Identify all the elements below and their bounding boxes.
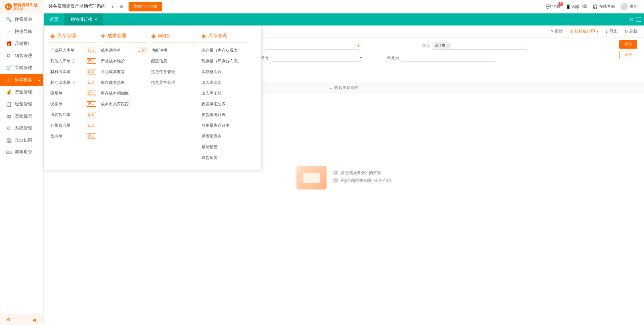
sidebar-item-system[interactable]: ⚙系统管理 (0, 122, 43, 134)
filter-sales-input[interactable]: ··· (402, 54, 496, 62)
flyout-item-label: 组装拆卸单 (50, 112, 71, 118)
folder-icon: ◈ (151, 32, 156, 40)
flyout-item[interactable]: 库存成本总账 (101, 77, 151, 88)
flyout-item[interactable]: 分量盘点单历史 (50, 120, 101, 131)
flyout-header-label: WMS (158, 33, 169, 39)
flyout-item[interactable]: 收发存汇总表 (201, 99, 252, 109)
header-message[interactable]: 💬 消息 6 (546, 4, 560, 9)
chip-remove-icon[interactable]: × (447, 44, 449, 48)
flyout-item[interactable]: 其他入库单 ⓘ历史 (50, 56, 101, 66)
history-tag[interactable]: 历史 (87, 80, 96, 85)
history-tag[interactable]: 历史 (87, 48, 96, 53)
folder-icon: ◈ (50, 32, 55, 40)
flyout-item[interactable]: 出入库汇总 (201, 88, 252, 99)
sidebar-label: 营销推广 (15, 41, 32, 47)
sidebar-item-guide[interactable]: 📖新手引导 (0, 146, 43, 158)
history-tag[interactable]: 历史 (87, 69, 96, 74)
flyout-item[interactable]: 成本出入库跟踪 (101, 99, 151, 109)
sidebar-item-enterprise[interactable]: 🏢企业协同 (0, 134, 43, 146)
sidebar-item-quicknav[interactable]: ⌂快捷导航 (0, 25, 43, 38)
sidebar-item-search[interactable]: 🔍搜索菜单 (0, 13, 43, 25)
settings-button[interactable]: 设置 (619, 51, 637, 59)
flyout-item[interactable]: 组装拆卸单历史 (50, 109, 101, 120)
flyout-item[interactable]: 调拨单历史 (50, 99, 101, 109)
sidebar-label: 库存核算 (15, 77, 32, 83)
header-service-label: 在线客服 (599, 4, 615, 9)
book-icon: 📖 (6, 150, 11, 155)
flyout-item[interactable]: 可用量库存账本 (201, 120, 252, 131)
header-online-service[interactable]: 🎧 在线客服 (593, 4, 615, 9)
toolbar-refresh[interactable]: ↻刷新 (625, 29, 637, 34)
collapse-sidebar-icon[interactable]: ◀| (32, 317, 37, 322)
history-tag[interactable]: 历史 (87, 133, 96, 139)
sidebar-item-operation[interactable]: 📋经营管理 (0, 98, 43, 110)
flyout-item[interactable]: 商品成本重算 (101, 66, 151, 77)
header-app-download[interactable]: 📱 App下载 (566, 4, 587, 9)
toolbar-help[interactable]: ?帮助 (551, 29, 563, 34)
fullscreen-icon[interactable] (637, 17, 641, 22)
sidebar-item-finance[interactable]: 💰资金管理 (0, 86, 43, 98)
flyout-item-label: 库存成本总账 (101, 80, 125, 86)
filter-amount-input[interactable]: ▾ (272, 54, 362, 62)
flyout-item[interactable]: 材料出库单历史 (50, 66, 101, 77)
sidebar-item-basic[interactable]: ▦基础信息 (0, 110, 43, 122)
query-button[interactable]: 查询 (619, 40, 637, 49)
filter-select-1[interactable]: ▾ (265, 42, 359, 50)
sidebar-label: 资金管理 (15, 89, 32, 95)
toolbar-export[interactable]: ⤓导出 (605, 29, 618, 34)
flyout-item[interactable]: 配置信息 (151, 56, 201, 66)
history-tag[interactable]: 历史 (87, 112, 96, 117)
flyout-item[interactable]: 库存成本明细账 (101, 88, 151, 99)
tab-sales-ranking[interactable]: 销售排行榜 × (64, 13, 103, 25)
system-selector[interactable]: 装备及固定资产辅助管理系统 ▼ (49, 2, 114, 11)
flyout-item[interactable]: 库存批次账 (201, 66, 252, 77)
trial-button[interactable]: 体验行业方案 (129, 2, 162, 11)
history-tag[interactable]: 历史 (87, 101, 96, 107)
toolbar-export-label: 导出 (610, 29, 618, 34)
flyout-item-label: 要货单 (50, 91, 62, 96)
history-tag[interactable]: 历史 (87, 91, 96, 96)
flyout-item[interactable]: 要货单历史 (50, 88, 101, 99)
history-tag[interactable]: 历史 (87, 123, 96, 128)
tab-home[interactable]: 首页 (44, 13, 64, 25)
sidebar-item-purchase[interactable]: 🛒采购管理 (0, 62, 43, 74)
refresh-icon: ↻ (625, 29, 628, 34)
close-all-icon[interactable]: ✕ (630, 17, 633, 22)
sidebar-item-sales[interactable]: ✪销售管理 (0, 50, 43, 62)
history-tag[interactable]: 历史 (137, 48, 146, 53)
flyout-item[interactable]: 其他出库单 ⓘ历史 (50, 77, 101, 88)
sidebar-item-inventory[interactable]: ⌂库存核算◂ (0, 74, 43, 86)
header-user[interactable]: 用友 (620, 3, 637, 10)
filter-product-input[interactable]: 设计费 × ··· (432, 42, 526, 50)
more-icon[interactable]: ··· (492, 55, 496, 60)
avatar (620, 3, 628, 10)
filter-sales-label: 业务员 (382, 55, 399, 61)
flyout-item[interactable]: 保质期查询 (201, 131, 252, 142)
flyout-item[interactable]: 成本调整单历史 (101, 45, 151, 56)
flyout-item[interactable]: 功能说明 (151, 45, 201, 56)
chevron-right-icon: ◂ (38, 78, 40, 82)
flyout-item[interactable]: 产成品入库单历史 (50, 45, 101, 56)
settings-gear-icon[interactable]: ⚙ (7, 317, 11, 322)
cart-icon: 🛒 (6, 65, 11, 70)
gear-icon[interactable]: ⚙ (120, 4, 124, 9)
sidebar-item-marketing[interactable]: 🎁营销推广 (0, 38, 43, 50)
flyout-item-label: 现存量（库存分布表） (201, 58, 242, 64)
flyout-item[interactable]: 现存量（库存分布表） (201, 56, 252, 66)
flyout-item[interactable]: 现存量（库存状况表） (201, 45, 252, 56)
flyout-item-label: 产品成本维护 (101, 58, 125, 64)
flyout-item-label: 配置信息 (151, 58, 167, 64)
history-tag[interactable]: 历史 (87, 58, 96, 64)
flyout-item[interactable]: 超储预警 (201, 142, 252, 152)
flyout-item[interactable]: 拣货异常处理 (151, 77, 201, 88)
flyout-column-header: ◈成本管理 (101, 30, 147, 43)
flyout-item[interactable]: 产品成本维护 (101, 56, 151, 66)
flyout-item[interactable]: 盘点单历史 (50, 131, 101, 142)
flyout-item[interactable]: 要货单统计表 (201, 109, 252, 120)
flyout-item[interactable]: 拣货任务管理 (151, 66, 201, 77)
more-icon[interactable]: ··· (523, 43, 526, 48)
flyout-item[interactable]: 出入库流水 (201, 77, 252, 88)
toolbar-print[interactable]: 🖨按模板打印▾ (569, 29, 598, 34)
close-icon[interactable]: × (94, 17, 97, 22)
flyout-item[interactable]: 缺货预警 (201, 152, 252, 163)
